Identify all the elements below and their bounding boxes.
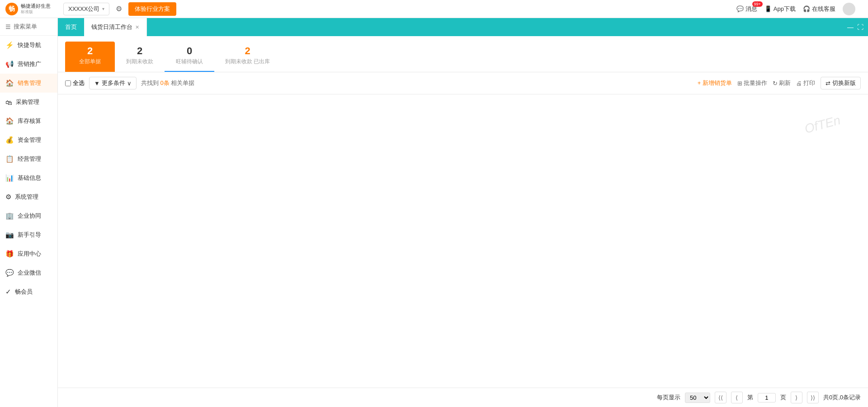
stat-label-wangpu: 旺辅待确认 xyxy=(175,58,203,65)
basic-info-icon: 📊 xyxy=(5,174,14,182)
filter-icon: ▼ xyxy=(94,80,100,87)
found-prefix: 共找到 xyxy=(141,80,159,86)
batch-button[interactable]: ⊞ 批量操作 xyxy=(737,79,767,87)
page-next-button[interactable]: ⟩ xyxy=(791,392,802,403)
per-page-select[interactable]: 50 100 200 xyxy=(685,393,710,403)
logo-icon: 畅 xyxy=(5,3,18,15)
select-all-label: 全选 xyxy=(73,79,85,87)
stats-tabs-row: 2 全部单据 2 到期未收款 0 旺辅待确认 2 到期未收款 已出库 xyxy=(65,42,861,72)
sidebar-label-app-center: 应用中心 xyxy=(18,250,41,258)
page-label: 第 xyxy=(747,393,753,402)
messages-button[interactable]: 💬 消息 99+ xyxy=(736,5,757,13)
stat-tab-overdue[interactable]: 2 到期未收款 xyxy=(115,42,165,72)
inventory-icon: 🏠 xyxy=(5,117,14,125)
finance-icon: 💰 xyxy=(5,136,14,144)
table-area xyxy=(58,94,868,388)
online-service-button[interactable]: 🎧 在线客服 xyxy=(803,5,835,13)
app-download-button[interactable]: 📱 App下载 xyxy=(764,5,796,13)
main-content: 首页 钱货日清工作台 ✕ — ⛶ OfTEn 2 全部单据 xyxy=(58,18,868,407)
company-selector[interactable]: XXXXX公司 ▾ xyxy=(63,3,109,15)
top-header: 畅 畅捷通好生意 标准版 XXXXX公司 ▾ ⚙ 体验行业方案 💬 消息 99+… xyxy=(0,0,868,18)
page-prev-button[interactable]: ⟨ xyxy=(731,392,743,403)
sidebar-label-purchase: 采购管理 xyxy=(16,98,39,106)
marketing-icon: 📢 xyxy=(5,60,14,68)
page-last-button[interactable]: ⟩⟩ xyxy=(807,392,819,403)
all-checkbox-input[interactable] xyxy=(65,80,71,86)
sidebar-item-system[interactable]: ⚙ 系统管理 xyxy=(0,187,57,206)
tab-minimize-button[interactable]: — xyxy=(847,23,854,31)
toolbar-right: + 新增销货单 ⊞ 批量操作 ↻ 刷新 🖨 打印 ⇄ xyxy=(698,77,861,89)
sidebar-item-sales[interactable]: 🏠 销售管理 xyxy=(0,74,57,93)
filter-button[interactable]: ▼ 更多条件 ∨ xyxy=(89,77,137,89)
stat-tab-wangpu[interactable]: 0 旺辅待确认 xyxy=(165,42,214,72)
stat-num-wangpu: 0 xyxy=(175,45,203,57)
stat-num-all: 2 xyxy=(76,45,104,57)
switch-label: 切换新版 xyxy=(832,79,856,87)
found-suffix: 相关单据 xyxy=(171,80,194,86)
settings-button[interactable]: ⚙ xyxy=(112,2,126,16)
sidebar-label-newcomer: 新手引导 xyxy=(18,231,41,239)
message-badge: 99+ xyxy=(752,1,763,7)
tab-qhrc[interactable]: 钱货日清工作台 ✕ xyxy=(84,18,147,36)
logo-text: 畅捷通好生意 xyxy=(21,3,51,9)
stat-tab-all[interactable]: 2 全部单据 xyxy=(65,42,115,72)
select-all-checkbox[interactable]: 全选 xyxy=(65,79,85,87)
batch-icon: ⊞ xyxy=(737,80,742,87)
sidebar-search[interactable]: ☰ 搜索菜单 xyxy=(0,18,57,36)
refresh-button[interactable]: ↻ 刷新 xyxy=(773,79,791,87)
download-icon: 📱 xyxy=(764,5,772,12)
sidebar-item-marketing[interactable]: 📢 营销推广 xyxy=(0,55,57,74)
switch-version-button[interactable]: ⇄ 切换新版 xyxy=(821,77,861,89)
stat-num-overdue: 2 xyxy=(126,45,154,57)
toolbar: 全选 ▼ 更多条件 ∨ 共找到 0条 相关单据 + 新增销货单 ⊞ 批量操作 xyxy=(58,72,868,94)
chevron-down-icon: ▾ xyxy=(102,6,104,11)
sidebar-label-operations: 经营管理 xyxy=(18,155,41,163)
trial-button[interactable]: 体验行业方案 xyxy=(128,2,176,16)
message-icon: 💬 xyxy=(736,5,744,12)
purchase-icon: 🛍 xyxy=(5,98,12,106)
filter-label: 更多条件 xyxy=(102,79,125,87)
print-button[interactable]: 🖨 打印 xyxy=(796,79,815,87)
tab-bar: 首页 钱货日清工作台 ✕ — ⛶ xyxy=(58,18,868,36)
page-input[interactable] xyxy=(758,393,776,402)
sidebar-item-enterprise[interactable]: 🏢 企业协同 xyxy=(0,206,57,225)
sidebar-label-sales: 销售管理 xyxy=(18,79,41,87)
tab-close-icon[interactable]: ✕ xyxy=(135,24,139,30)
main-layout: ☰ 搜索菜单 ⚡ 快捷导航 📢 营销推广 🏠 销售管理 🛍 采购管理 🏠 库存核… xyxy=(0,18,868,407)
sidebar-item-basic-info[interactable]: 📊 基础信息 xyxy=(0,168,57,187)
stat-label-overdue-out: 到期未收款 已出库 xyxy=(225,58,270,65)
quick-nav-icon: ⚡ xyxy=(5,41,14,49)
stat-num-overdue-out: 2 xyxy=(225,45,270,57)
stats-tabs: 2 全部单据 2 到期未收款 0 旺辅待确认 2 到期未收款 已出库 xyxy=(58,36,868,72)
logo-area: 畅 畅捷通好生意 标准版 xyxy=(5,3,63,15)
refresh-label: 刷新 xyxy=(779,79,791,87)
sidebar-item-inventory[interactable]: 🏠 库存核算 xyxy=(0,112,57,131)
batch-label: 批量操作 xyxy=(744,79,767,87)
tab-maximize-button[interactable]: ⛶ xyxy=(857,23,863,31)
online-service-label: 在线客服 xyxy=(812,5,835,13)
system-icon: ⚙ xyxy=(5,193,11,201)
avatar[interactable] xyxy=(843,3,855,15)
sidebar-label-basic-info: 基础信息 xyxy=(18,174,41,182)
sidebar-label-wechat: 企业微信 xyxy=(18,269,41,277)
sidebar-item-purchase[interactable]: 🛍 采购管理 xyxy=(0,93,57,112)
sidebar-label-member: 畅会员 xyxy=(15,288,33,296)
sidebar-item-operations[interactable]: 📋 经营管理 xyxy=(0,150,57,168)
tab-bar-actions: — ⛶ xyxy=(843,18,868,36)
tab-home[interactable]: 首页 xyxy=(58,18,84,36)
stat-tab-overdue-out[interactable]: 2 到期未收款 已出库 xyxy=(214,42,281,72)
page-label-suffix: 页 xyxy=(780,393,786,402)
sidebar-item-quick-nav[interactable]: ⚡ 快捷导航 xyxy=(0,36,57,55)
sidebar-item-member[interactable]: ✓ 畅会员 xyxy=(0,282,57,301)
sidebar-item-newcomer[interactable]: 📷 新手引导 xyxy=(0,225,57,244)
add-sale-button[interactable]: + 新增销货单 xyxy=(698,79,732,87)
refresh-icon: ↻ xyxy=(773,80,778,87)
tab-label: 钱货日清工作台 xyxy=(91,23,132,31)
sidebar-item-app-center[interactable]: 🎁 应用中心 xyxy=(0,244,57,263)
sidebar-label-finance: 资金管理 xyxy=(18,136,41,144)
sidebar-item-finance[interactable]: 💰 资金管理 xyxy=(0,131,57,150)
pagination-bar: 每页显示 50 100 200 ⟨⟨ ⟨ 第 页 ⟩ ⟩⟩ 共0页,0条记录 xyxy=(58,388,868,407)
page-first-button[interactable]: ⟨⟨ xyxy=(715,392,726,403)
sales-icon: 🏠 xyxy=(5,79,14,87)
sidebar-item-wechat[interactable]: 💬 企业微信 xyxy=(0,263,57,282)
